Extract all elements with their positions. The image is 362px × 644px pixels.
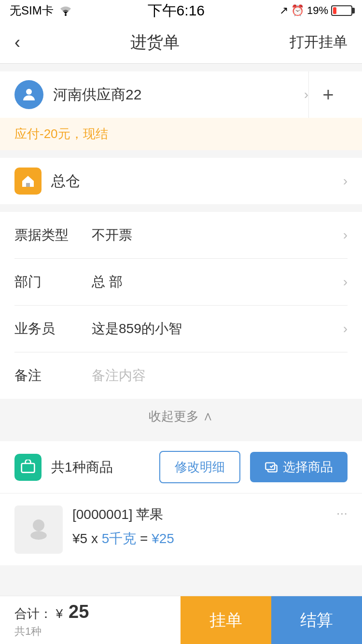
- page-title: 进货单: [130, 31, 180, 54]
- checkout-button[interactable]: 结算: [271, 596, 362, 644]
- battery-percent: 19%: [307, 4, 328, 17]
- remark-input[interactable]: 备注内容: [92, 366, 348, 385]
- product-count-text: 共1种商品: [51, 458, 150, 476]
- svg-point-6: [30, 531, 47, 540]
- total-section: 合计： ¥ 25 共1种: [0, 602, 181, 639]
- status-bar: 无SIM卡 下午6:16 ↗ ⏰ 19%: [0, 0, 362, 21]
- back-button[interactable]: ‹: [14, 32, 20, 53]
- separator-4: [0, 434, 362, 441]
- product-quantity: 5千克: [102, 531, 137, 546]
- ticket-chevron-icon: ›: [343, 227, 348, 243]
- dept-value: 总 部: [92, 273, 338, 291]
- dept-label: 部门: [14, 273, 92, 291]
- svg-rect-2: [26, 183, 30, 187]
- sales-row[interactable]: 业务员 这是859的小智 ›: [0, 306, 362, 352]
- dept-chevron-icon: ›: [343, 274, 348, 290]
- supplier-row[interactable]: 河南供应商22 ›: [14, 71, 309, 118]
- product-unit-price: ¥5 x: [72, 531, 102, 546]
- product-placeholder-icon: 响+: [24, 515, 53, 544]
- warehouse-chevron-icon: ›: [343, 173, 348, 189]
- ticket-type-row[interactable]: 票据类型 不开票 ›: [0, 212, 362, 258]
- product-title: 苹果: [136, 507, 163, 522]
- time-label: 下午6:16: [148, 1, 205, 21]
- product-info: [0000001] 苹果 ¥5 x 5千克 = ¥25: [72, 505, 327, 548]
- separator-3: [0, 204, 362, 212]
- product-menu-button[interactable]: ···: [336, 505, 348, 521]
- svg-text:响+: 响+: [36, 529, 41, 532]
- cart-icon: [20, 460, 36, 475]
- supplier-chevron-icon: ›: [304, 87, 308, 102]
- battery-icon: [331, 5, 352, 16]
- home-icon: [20, 173, 36, 189]
- product-total: ¥25: [152, 531, 174, 546]
- carrier-label: 无SIM卡: [10, 3, 54, 18]
- product-price: ¥5 x 5千克 = ¥25: [72, 530, 327, 548]
- remark-row[interactable]: 备注 备注内容: [0, 352, 362, 399]
- svg-rect-4: [265, 462, 275, 469]
- open-hang-button[interactable]: 打开挂单: [290, 32, 348, 52]
- warehouse-name: 总仓: [51, 171, 338, 191]
- product-header: 共1种商品 修改明细 选择商品: [0, 441, 362, 493]
- wifi-icon: [58, 5, 73, 16]
- edit-detail-button[interactable]: 修改明细: [159, 451, 240, 483]
- total-count: 共1种: [14, 624, 166, 639]
- product-eq: =: [136, 531, 152, 546]
- total-line: 合计： ¥ 25: [14, 602, 166, 622]
- select-product-label: 选择商品: [283, 459, 333, 476]
- nav-bar: ‹ 进货单 打开挂单: [0, 21, 362, 64]
- hang-button[interactable]: 挂单: [181, 596, 271, 644]
- total-currency: ¥: [56, 606, 63, 621]
- supplier-notice: 应付-20元，现结: [0, 118, 362, 150]
- warehouse-section[interactable]: 总仓 ›: [0, 158, 362, 204]
- product-code: [0000001]: [72, 507, 136, 522]
- sales-label: 业务员: [14, 320, 92, 338]
- ticket-value: 不开票: [92, 226, 338, 244]
- form-section: 票据类型 不开票 › 部门 总 部 › 业务员 这是859的小智 › 备注 备注…: [0, 212, 362, 399]
- supplier-section: 河南供应商22 › +: [0, 71, 362, 118]
- bottom-bar: 合计： ¥ 25 共1种 挂单 结算: [0, 596, 362, 644]
- separator-1: [0, 64, 362, 71]
- dept-row[interactable]: 部门 总 部 ›: [0, 259, 362, 305]
- product-item: 响+ [0000001] 苹果 ¥5 x 5千克 = ¥25 ···: [0, 494, 362, 565]
- total-amount: 25: [69, 602, 89, 622]
- ticket-label: 票据类型: [14, 226, 92, 244]
- supplier-avatar: [14, 80, 43, 109]
- svg-rect-3: [22, 463, 35, 473]
- add-supplier-button[interactable]: +: [309, 71, 348, 118]
- svg-point-0: [65, 14, 67, 16]
- status-bar-left: 无SIM卡: [10, 3, 73, 18]
- alarm-icon: ⏰: [291, 4, 304, 17]
- sales-value: 这是859的小智: [92, 320, 338, 338]
- total-label: 合计：: [14, 606, 52, 621]
- user-icon: [20, 86, 38, 103]
- sales-chevron-icon: ›: [343, 321, 348, 336]
- select-product-icon: [265, 461, 278, 474]
- product-count-icon: [14, 454, 42, 481]
- product-thumbnail: 响+: [14, 505, 63, 554]
- warehouse-icon: [14, 168, 42, 195]
- separator-2: [0, 150, 362, 158]
- svg-point-1: [26, 89, 32, 95]
- status-bar-right: ↗ ⏰ 19%: [279, 4, 352, 17]
- supplier-name: 河南供应商22: [53, 85, 299, 105]
- select-product-button[interactable]: 选择商品: [250, 452, 348, 482]
- collapse-row[interactable]: 收起更多 ∧: [0, 399, 362, 434]
- location-icon: ↗: [279, 4, 288, 17]
- remark-label: 备注: [14, 366, 92, 385]
- product-name: [0000001] 苹果: [72, 505, 327, 524]
